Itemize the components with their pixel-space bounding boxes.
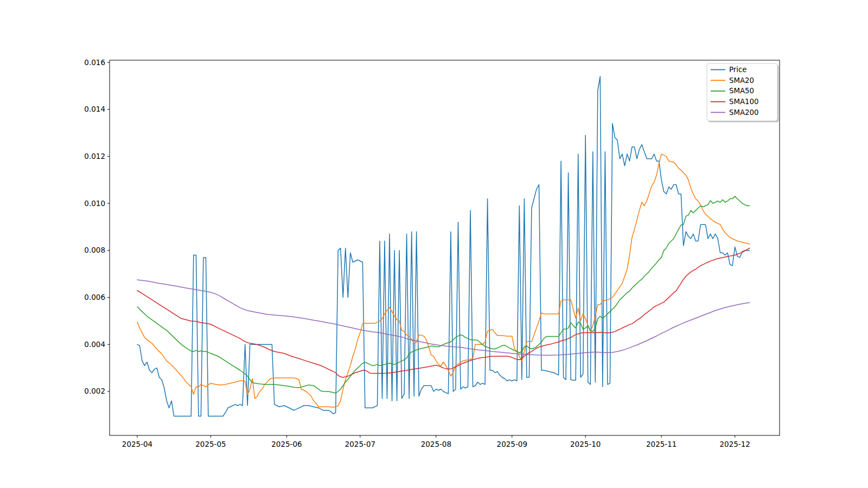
legend-label-sma20: SMA20 [729, 76, 754, 85]
legend-label-price: Price [729, 66, 746, 74]
y-axis: 0.0020.0040.0060.0080.0100.0120.0140.016 [84, 58, 110, 396]
x-tick-label: 2025-05 [195, 440, 226, 448]
y-tick-label: 0.010 [84, 199, 105, 208]
legend-box: PriceSMA20SMA50SMA100SMA200 [707, 63, 779, 123]
legend-label-sma200: SMA200 [729, 108, 758, 117]
y-tick-label: 0.014 [84, 105, 105, 113]
legend-label-sma50: SMA50 [729, 87, 754, 95]
x-tick-label: 2025-10 [570, 440, 601, 448]
y-tick-label: 0.006 [84, 293, 105, 301]
sma100-line [137, 248, 750, 378]
x-axis: 2025-042025-052025-062025-072025-082025-… [122, 435, 750, 448]
x-tick-label: 2025-06 [271, 440, 302, 448]
sma20-line [137, 154, 750, 407]
y-tick-label: 0.004 [84, 340, 105, 349]
series-group [137, 76, 750, 416]
sma50-line [137, 196, 750, 393]
price-line [137, 76, 750, 416]
legend-label-sma100: SMA100 [729, 98, 758, 106]
x-tick-label: 2025-11 [646, 440, 676, 448]
y-tick-label: 0.002 [84, 387, 105, 395]
price-chart-canvas: 0.0020.0040.0060.0080.0100.0120.0140.016… [0, 0, 868, 488]
y-tick-label: 0.016 [84, 58, 105, 67]
x-tick-label: 2025-12 [719, 440, 750, 448]
x-tick-label: 2025-04 [122, 440, 152, 448]
x-tick-label: 2025-08 [421, 440, 451, 448]
sma200-line [137, 280, 750, 355]
y-tick-label: 0.008 [84, 246, 105, 254]
plot-area [110, 60, 780, 435]
y-tick-label: 0.012 [84, 152, 105, 160]
x-tick-label: 2025-07 [345, 440, 375, 448]
figure-canvas: 0.0020.0040.0060.0080.0100.0120.0140.016… [0, 0, 868, 488]
x-tick-label: 2025-09 [497, 440, 527, 448]
